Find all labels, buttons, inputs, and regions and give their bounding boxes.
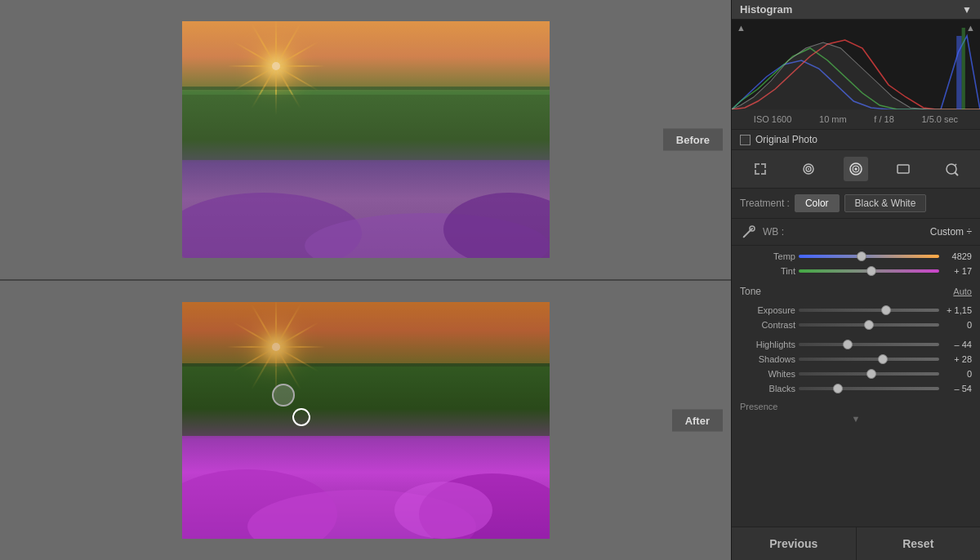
shadows-slider-thumb[interactable] — [878, 354, 888, 364]
shadows-label: Shadows — [740, 354, 795, 364]
histogram-header: Histogram ▼ — [732, 0, 980, 20]
wb-label: WB : — [763, 226, 784, 238]
svg-rect-8 — [182, 367, 550, 436]
blacks-slider-thumb[interactable] — [833, 384, 843, 393]
histogram-dropdown-icon[interactable]: ▼ — [962, 4, 972, 16]
temp-slider-row: Temp 4829 — [740, 249, 972, 264]
presence-row: Presence — [732, 399, 980, 414]
svg-line-34 — [744, 229, 752, 237]
contrast-value: 0 — [942, 320, 972, 330]
adjustment-circle-outer[interactable] — [272, 384, 295, 407]
blacks-value: – 54 — [942, 384, 972, 393]
highlights-value: – 44 — [942, 340, 972, 349]
svg-rect-7 — [182, 302, 550, 363]
radial-filter-button[interactable] — [844, 157, 868, 181]
svg-rect-14 — [956, 36, 961, 109]
exposure-value: + 1,15 — [942, 305, 972, 315]
treatment-row: Treatment : Color Black & White — [732, 189, 980, 219]
treatment-label: Treatment : — [740, 198, 790, 209]
before-label: Before — [663, 129, 723, 151]
main-photo-area: Before — [0, 0, 731, 560]
contrast-slider-thumb[interactable] — [864, 320, 874, 330]
clipping-warning-left[interactable]: ▲ — [737, 23, 746, 33]
temp-slider-thumb[interactable] — [857, 251, 866, 261]
highlights-slider-row: Highlights – 44 — [740, 337, 972, 352]
healing-brush-button[interactable] — [796, 157, 821, 181]
highlights-slider-track[interactable] — [799, 343, 939, 346]
svg-rect-17 — [755, 163, 756, 168]
highlights-slider-thumb[interactable] — [843, 340, 853, 349]
shutter-speed: 1/5.0 sec — [921, 114, 958, 124]
contrast-slider-row: Contrast 0 — [740, 318, 972, 332]
presence-label: Presence — [740, 402, 777, 411]
highlights-label: Highlights — [740, 340, 795, 349]
previous-button[interactable]: Previous — [732, 527, 857, 560]
svg-rect-30 — [898, 165, 909, 173]
tint-label: Tint — [740, 266, 795, 276]
histogram-svg — [732, 20, 980, 109]
svg-rect-4 — [182, 95, 550, 160]
scroll-more-indicator: ▼ — [732, 414, 980, 427]
svg-rect-23 — [764, 170, 766, 175]
crop-tool-button[interactable] — [748, 157, 773, 181]
adjustment-circle-inner[interactable] — [292, 408, 310, 426]
shadows-slider-row: Shadows + 28 — [740, 352, 972, 367]
brush-icon — [943, 161, 960, 177]
develop-adjustments-panel: Treatment : Color Black & White WB : Cus… — [732, 189, 980, 527]
tint-slider-thumb[interactable] — [866, 266, 876, 276]
develop-panel: Histogram ▼ ▲ ▲ ISO 1600 10 mm f / 18 1 — [731, 0, 980, 560]
shadows-slider-track[interactable] — [799, 358, 939, 361]
exposure-slider-track[interactable] — [799, 309, 939, 312]
blacks-slider-row: Blacks – 54 — [740, 381, 972, 396]
wb-eyedropper[interactable] — [740, 223, 758, 241]
tone-title: Tone — [740, 286, 761, 297]
svg-rect-21 — [755, 170, 756, 175]
crop-icon — [752, 161, 768, 177]
original-photo-label: Original Photo — [755, 134, 817, 145]
blacks-label: Blacks — [740, 384, 795, 393]
after-photo — [182, 302, 550, 539]
contrast-slider-track[interactable] — [799, 323, 939, 327]
tools-row — [732, 150, 980, 189]
exposure-slider-thumb[interactable] — [881, 305, 891, 315]
reset-button[interactable]: Reset — [857, 527, 981, 560]
temp-slider-track[interactable] — [799, 255, 939, 258]
healing-icon — [800, 161, 817, 177]
original-photo-checkbox[interactable] — [740, 135, 751, 145]
rectangle-icon — [895, 161, 911, 177]
tint-slider-track[interactable] — [799, 269, 939, 273]
svg-point-29 — [854, 168, 857, 171]
tint-value: + 17 — [942, 266, 972, 276]
original-photo-row: Original Photo — [732, 130, 980, 150]
exposure-slider-row: Exposure + 1,15 — [740, 303, 972, 318]
before-photo — [182, 21, 550, 258]
whites-label: Whites — [740, 369, 795, 379]
whites-slider-thumb[interactable] — [866, 369, 876, 379]
clipping-warning-right[interactable]: ▲ — [966, 23, 975, 33]
focal-length: 10 mm — [819, 114, 847, 124]
graduated-filter-button[interactable] — [891, 157, 915, 181]
temp-label: Temp — [740, 251, 795, 261]
camera-info-row: ISO 1600 10 mm f / 18 1/5.0 sec — [732, 109, 980, 130]
after-section: After — [0, 279, 731, 560]
svg-rect-5 — [182, 21, 550, 87]
after-photo-overlay — [182, 302, 550, 539]
svg-rect-0 — [182, 87, 550, 90]
iso-value: ISO 1600 — [754, 114, 791, 124]
color-treatment-button[interactable]: Color — [795, 194, 840, 212]
tone-auto-button[interactable]: Auto — [953, 287, 972, 296]
whites-slider-track[interactable] — [799, 372, 939, 376]
blacks-slider-track[interactable] — [799, 387, 939, 390]
before-photo-overlay — [182, 21, 550, 258]
contrast-label: Contrast — [740, 320, 795, 330]
before-section: Before — [0, 0, 731, 279]
shadows-value: + 28 — [942, 354, 972, 364]
after-label: After — [672, 410, 723, 432]
svg-point-12 — [394, 482, 492, 539]
bottom-action-buttons: Previous Reset — [732, 527, 980, 560]
adjustment-brush-button[interactable] — [939, 157, 964, 181]
radial-icon — [848, 161, 864, 177]
bw-treatment-button[interactable]: Black & White — [844, 194, 927, 212]
svg-line-32 — [955, 173, 958, 176]
wb-value[interactable]: Custom ÷ — [930, 226, 972, 238]
